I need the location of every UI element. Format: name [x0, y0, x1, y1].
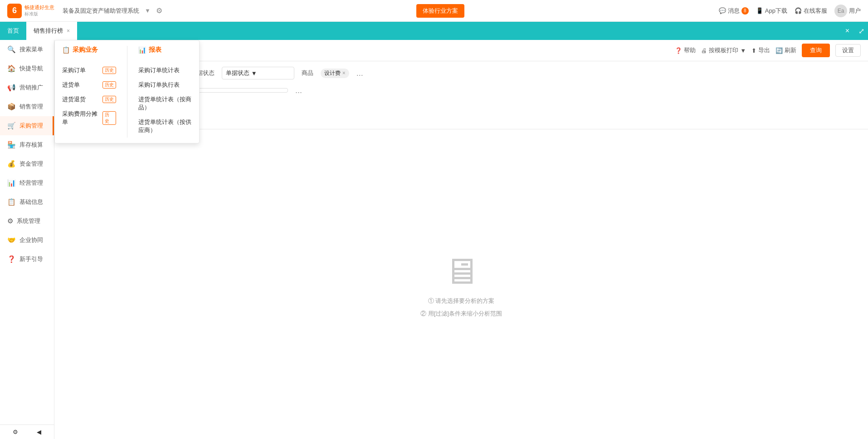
purchase-order-label: 采购订单: [62, 66, 86, 74]
sidebar-label-operation: 经营管理: [20, 179, 43, 187]
gear-icon: ⚙: [7, 217, 13, 225]
purchase-col-label: 采购业务: [73, 46, 98, 54]
avatar-text: Ea: [838, 8, 844, 14]
help-btn[interactable]: ❓ 帮助: [675, 46, 696, 54]
msg-badge: 8: [741, 7, 749, 15]
doc-status-chevron: ▼: [251, 70, 257, 77]
dropdown-report-2[interactable]: 采购订单执行表: [138, 78, 192, 92]
refresh-btn[interactable]: 🔄 刷新: [775, 46, 796, 54]
topbar-left: 6 畅捷通好生意 标准版 装备及固定资产辅助管理系统 ▼ ⚙: [7, 4, 162, 18]
purchase-order-hist[interactable]: 历史: [102, 67, 116, 74]
salesman-more-dots[interactable]: ...: [295, 86, 302, 94]
expense-hist[interactable]: 历史: [102, 111, 116, 125]
export-btn[interactable]: ⬆ 导出: [751, 46, 770, 54]
print-chevron[interactable]: ▼: [740, 47, 746, 54]
sidebar-item-operation[interactable]: 📊 经营管理: [0, 173, 54, 192]
empty-hint1: ① 请先选择要分析的方案: [428, 297, 495, 305]
sidebar-item-purchase[interactable]: 🛒 采购管理: [0, 116, 54, 135]
app-item[interactable]: 📱 App下载: [756, 7, 787, 15]
sidebar-label-inventory: 库存核算: [20, 141, 43, 149]
print-btn[interactable]: 🖨 按模板打印 ▼: [701, 46, 746, 54]
cart-icon: 🛒: [7, 122, 16, 130]
settings-icon[interactable]: ⚙: [156, 6, 162, 15]
sidebar-item-guide[interactable]: ❓ 新手引导: [0, 250, 54, 269]
tab-home[interactable]: 首页: [0, 22, 26, 40]
report-col-icon: 📊: [138, 46, 146, 54]
query-button[interactable]: 查询: [802, 44, 830, 57]
sidebar-collapse-icon[interactable]: ◀: [37, 429, 41, 435]
refresh-icon: 🔄: [775, 47, 783, 54]
sidebar-item-basic-info[interactable]: 📋 基础信息: [0, 192, 54, 212]
industry-btn[interactable]: 体验行业方案: [416, 4, 464, 18]
sidebar-label-guide: 新手引导: [20, 255, 43, 263]
store-icon: 🏪: [7, 141, 16, 149]
service-item[interactable]: 🎧 在线客服: [795, 7, 827, 15]
hint2-bullet: ②: [420, 310, 426, 317]
sidebar-item-enterprise[interactable]: 🤝 企业协同: [0, 231, 54, 250]
service-label: 在线客服: [804, 7, 827, 15]
logo-icon: 6: [7, 4, 22, 18]
sidebar-item-inventory[interactable]: 🏪 库存核算: [0, 135, 54, 154]
return-hist[interactable]: 历史: [102, 96, 116, 103]
settings-button[interactable]: 设置: [835, 44, 861, 57]
dropdown-report-col: 📊 报表 采购订单统计表 采购订单执行表 进货单统计表（按商品） 进货单统计表（…: [131, 46, 200, 138]
sidebar-item-sales[interactable]: 📦 销售管理: [0, 97, 54, 116]
sidebar-label-marketing: 营销推广: [20, 84, 43, 92]
return-label: 进货退货: [62, 95, 86, 104]
report-3-label: 进货单统计表（按商品）: [138, 95, 192, 112]
export-label: 导出: [758, 46, 770, 54]
goods-tag: 设计费 ×: [321, 69, 349, 78]
purchase-col-icon: 📋: [62, 46, 70, 54]
sidebar-item-search[interactable]: 🔍 搜索菜单: [0, 40, 54, 59]
dropdown-report-1[interactable]: 采购订单统计表: [138, 63, 192, 78]
dropdown-item-return[interactable]: 进货退货 历史: [62, 92, 116, 107]
report-1-label: 采购订单统计表: [138, 66, 180, 74]
dropdown-report-3[interactable]: 进货单统计表（按商品）: [138, 92, 192, 115]
report-col-label: 报表: [149, 46, 161, 54]
salesman-select[interactable]: [197, 88, 288, 93]
tab-sales-label: 销售排行榜: [34, 27, 63, 35]
expand-icon[interactable]: ⤢: [855, 27, 868, 35]
msg-item[interactable]: 💬 消息 8: [719, 7, 749, 15]
goods-more-dots[interactable]: ...: [356, 69, 363, 77]
user-item[interactable]: Ea 用户: [834, 5, 861, 17]
sidebar-label-sales: 销售管理: [20, 103, 43, 111]
sidebar-label-purchase: 采购管理: [20, 122, 43, 130]
dropdown-item-incoming[interactable]: 进货单 历史: [62, 78, 116, 92]
sidebar-settings-icon[interactable]: ⚙: [13, 429, 18, 435]
empty-icon: 🖥: [443, 251, 479, 292]
doc-status-select[interactable]: 单据状态 ▼: [222, 67, 294, 79]
dropdown-item-purchase-order[interactable]: 采购订单 历史: [62, 63, 116, 78]
msg-label: 消息: [728, 7, 740, 15]
sidebar-item-quick-nav[interactable]: 🏠 快捷导航: [0, 59, 54, 78]
sidebar-item-capital[interactable]: 💰 资金管理: [0, 154, 54, 173]
tab-sales[interactable]: 销售排行榜 ×: [26, 22, 77, 40]
topbar-right: 💬 消息 8 📱 App下载 🎧 在线客服 Ea 用户: [719, 5, 861, 17]
hint1-text: 请先选择要分析的方案: [435, 297, 494, 304]
user-label: 用户: [849, 7, 861, 15]
expense-label: 采购费用分摊单: [62, 110, 102, 126]
report-4-label: 进货单统计表（按供应商）: [138, 118, 192, 134]
sidebar: 🔍 搜索菜单 🏠 快捷导航 📢 营销推广 📦 销售管理 🛒 采购管理 🏪 库存核…: [0, 40, 54, 439]
hint1-bullet: ①: [428, 297, 434, 304]
megaphone-icon: 📢: [7, 84, 16, 92]
box-icon: 📦: [7, 103, 16, 111]
export-icon: ⬆: [751, 47, 756, 54]
tab-sales-close[interactable]: ×: [67, 28, 70, 34]
goods-tag-close[interactable]: ×: [342, 70, 346, 76]
system-title-chevron[interactable]: ▼: [145, 7, 151, 14]
system-title: 装备及固定资产辅助管理系统: [63, 7, 139, 15]
dropdown-item-expense[interactable]: 采购费用分摊单 历史: [62, 107, 116, 129]
sidebar-label-capital: 资金管理: [20, 160, 43, 168]
sidebar-label-quick-nav: 快捷导航: [20, 64, 43, 73]
close-all-icon[interactable]: ×: [840, 27, 855, 35]
sidebar-item-marketing[interactable]: 📢 营销推广: [0, 78, 54, 97]
incoming-label: 进货单: [62, 81, 80, 89]
goods-label: 商品: [302, 69, 313, 77]
dropdown-report-4[interactable]: 进货单统计表（按供应商）: [138, 115, 192, 138]
msg-icon: 💬: [719, 7, 726, 14]
topbar: 6 畅捷通好生意 标准版 装备及固定资产辅助管理系统 ▼ ⚙ 体验行业方案 💬 …: [0, 0, 868, 22]
app-label: App下载: [765, 7, 787, 15]
incoming-hist[interactable]: 历史: [102, 81, 116, 89]
sidebar-item-system[interactable]: ⚙ 系统管理: [0, 212, 54, 231]
